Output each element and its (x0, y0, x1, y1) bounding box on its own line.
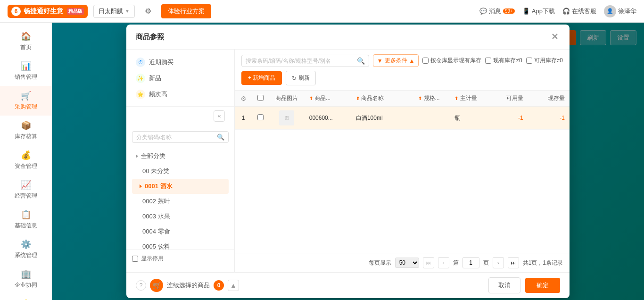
th-code[interactable]: ⬆ 商品... (305, 91, 351, 107)
page-unit: 页 (483, 259, 489, 267)
sidebar-item-system[interactable]: ⚙️ 系统管理 (0, 234, 51, 264)
page-input[interactable] (462, 257, 479, 268)
add-product-button[interactable]: + 新增商品 (241, 71, 282, 85)
category-item-0005[interactable]: 0005 饮料 (132, 239, 229, 250)
sidebar-label-enterprise: 企业协同 (15, 281, 37, 289)
per-page-label: 每页显示 (369, 259, 391, 267)
message-icon: 💬 (479, 8, 487, 15)
filter-warehouse-label[interactable]: 按仓库显示现有库存 (422, 57, 481, 65)
sidebar-item-enterprise[interactable]: 🏢 企业协同 (0, 264, 51, 294)
trial-button[interactable]: 体验行业方案 (161, 4, 211, 18)
category-search-input[interactable] (136, 134, 215, 141)
top-nav: 6 畅捷通好生意 精品版 日太阳膜 ▼ ⚙ 体验行业方案 💬 消息 99+ 📱 … (0, 0, 644, 23)
last-page-button[interactable]: ⏭ (508, 257, 519, 268)
nav-app-download[interactable]: 📱 App下载 (522, 7, 555, 16)
show-disabled-checkbox[interactable] (132, 256, 138, 262)
th-unit[interactable]: ⬆ 主计量 (450, 91, 486, 107)
sidebar-item-purchase[interactable]: 🛒 采购管理 (0, 86, 51, 116)
per-page-select[interactable]: 50 100 200 (395, 258, 419, 268)
expand-icon (136, 154, 138, 158)
refresh-icon: ↻ (292, 75, 297, 82)
category-item-0002[interactable]: 0002 茶叶 (132, 194, 229, 209)
fold-button[interactable]: ▲ (228, 280, 239, 291)
filter-usable-label[interactable]: 可用库存≠0 (526, 57, 563, 65)
active-arrow-icon (140, 184, 142, 188)
filter-available-label[interactable]: 现有库存≠0 (485, 57, 522, 65)
product-search-icon[interactable]: 🔍 (357, 57, 365, 65)
td-image: 图 (269, 107, 305, 130)
refresh-button[interactable]: ↻ 刷新 (286, 71, 316, 85)
td-checkbox[interactable] (252, 107, 269, 130)
select-all-checkbox[interactable] (257, 95, 264, 101)
quick-item-frequent[interactable]: ⭐ 频次高 (132, 86, 229, 102)
refresh-label: 刷新 (298, 74, 310, 82)
modal-overlay: 商品参照 ✕ ⏱ 近期购买 ✨ 新品 (52, 23, 644, 300)
product-search-input[interactable] (246, 58, 355, 64)
finance-icon: 💰 (21, 150, 31, 160)
th-name[interactable]: ⬆ 商品名称 (351, 91, 413, 107)
inventory-icon: 📦 (21, 120, 31, 131)
td-row-num: 1 (235, 107, 252, 130)
new-icon: ✨ (136, 74, 145, 83)
footer-left: ? 🛒 连续选择的商品 0 ▲ (136, 279, 484, 292)
confirm-button[interactable]: 确定 (525, 278, 560, 293)
modal-close-button[interactable]: ✕ (549, 31, 560, 42)
content-area: 查询 刷新 设置 商品参照 ✕ ⏱ (52, 23, 644, 300)
sidebar-item-guide[interactable]: 🌟 新手引导 (0, 294, 51, 300)
next-page-button[interactable]: › (493, 257, 504, 268)
row-checkbox[interactable] (257, 114, 264, 120)
filter-warehouse-checkbox[interactable] (422, 58, 429, 64)
category-item-0004[interactable]: 0004 零食 (132, 224, 229, 239)
category-all[interactable]: 全部分类 (132, 149, 229, 164)
sidebar-label-purchase: 采购管理 (15, 103, 37, 111)
category-list: 全部分类 00 未分类 0001 酒水 0002 茶叶 (126, 147, 234, 250)
th-available: 可用量 (487, 91, 528, 107)
sidebar-item-sales[interactable]: 📊 销售管理 (0, 56, 51, 86)
sidebar-item-finance[interactable]: 💰 资金管理 (0, 145, 51, 175)
th-stock: 现存量 (528, 91, 570, 107)
modal-header: 商品参照 ✕ (126, 25, 570, 50)
th-checkbox[interactable] (252, 91, 269, 107)
filter-usable-checkbox[interactable] (526, 58, 532, 64)
modal-right-panel: 🔍 ▼ 更多条件 ▲ 按仓库显示现有库存 (235, 50, 570, 272)
th-settings[interactable]: ⚙ (235, 91, 252, 107)
settings-icon-btn[interactable]: ⚙ (140, 4, 156, 19)
quick-section: ⏱ 近期购买 ✨ 新品 ⭐ 频次高 (126, 54, 234, 107)
table-settings-icon[interactable]: ⚙ (240, 95, 247, 102)
more-filter-button[interactable]: ▼ 更多条件 ▲ (373, 54, 419, 67)
cart-icon-button[interactable]: 🛒 (150, 279, 163, 292)
category-item-0003[interactable]: 0003 水果 (132, 209, 229, 224)
filter-available-checkbox[interactable] (485, 58, 491, 64)
nav-online-service[interactable]: 🎧 在线客服 (562, 7, 596, 16)
cancel-button[interactable]: 取消 (488, 277, 520, 293)
first-page-button[interactable]: ⏮ (423, 257, 434, 268)
table-row[interactable]: 1 图 000600... 白酒100ml (235, 107, 570, 130)
sidebar-item-inventory[interactable]: 📦 库存核算 (0, 116, 51, 145)
nav-selector[interactable]: 日太阳膜 ▼ (93, 5, 135, 18)
show-disabled-label[interactable]: 显示停用 (141, 255, 164, 263)
nav-messages[interactable]: 💬 消息 99+ (479, 7, 515, 16)
sort-icon-unit: ⬆ (454, 96, 458, 101)
avatar: 👤 (604, 5, 616, 17)
category-item-00[interactable]: 00 未分类 (132, 164, 229, 179)
nav-right: 💬 消息 99+ 📱 App下载 🎧 在线客服 👤 徐泽华 (479, 5, 636, 17)
td-code: 000600... (305, 107, 351, 130)
category-item-0001[interactable]: 0001 酒水 (132, 179, 229, 194)
th-spec[interactable]: ⬆ 规格... (413, 91, 450, 107)
sidebar-item-basic[interactable]: 📋 基础信息 (0, 205, 51, 234)
nav-user[interactable]: 👤 徐泽华 (604, 5, 636, 17)
quick-recent-label: 近期购买 (149, 58, 173, 67)
filter-bar: 🔍 ▼ 更多条件 ▲ 按仓库显示现有库存 (235, 50, 570, 91)
nav-messages-label: 消息 (489, 7, 501, 16)
enterprise-icon: 🏢 (21, 269, 31, 279)
quick-item-recent[interactable]: ⏱ 近期购买 (132, 54, 229, 70)
help-icon[interactable]: ? (136, 280, 146, 291)
recent-icon: ⏱ (136, 58, 145, 67)
quick-item-new[interactable]: ✨ 新品 (132, 70, 229, 86)
search-icon[interactable]: 🔍 (217, 133, 224, 141)
category-0002-label: 0002 茶叶 (142, 197, 170, 206)
collapse-button[interactable]: « (214, 110, 225, 122)
sidebar-item-home[interactable]: 🏠 首页 (0, 26, 51, 56)
prev-page-button[interactable]: ‹ (438, 257, 449, 268)
sidebar-item-operations[interactable]: 📈 经营管理 (0, 175, 51, 205)
